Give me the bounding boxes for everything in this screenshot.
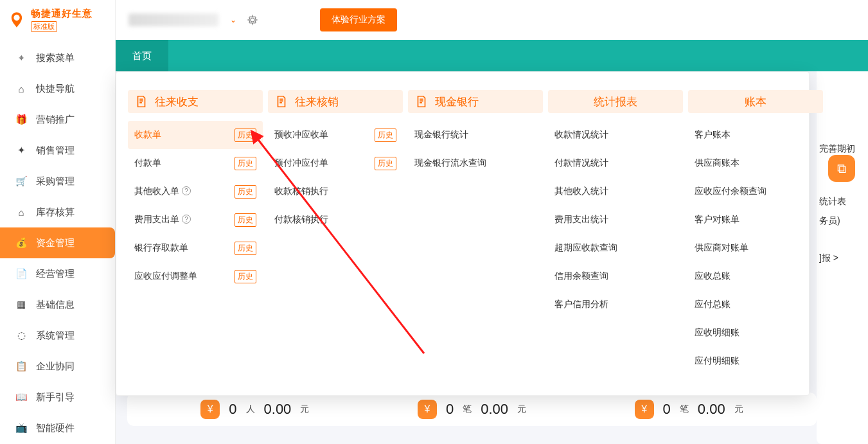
sidebar-item-label: 营销推广 [36,114,75,126]
tab-home[interactable]: 首页 [116,40,168,71]
mega-item-label: 银行存取款单 [134,242,188,254]
mega-item-label: 付款情况统计 [554,157,608,169]
mega-item[interactable]: 应收应付余额查询 [688,177,823,206]
gear-icon[interactable] [247,14,258,26]
help-icon[interactable]: ? [182,186,191,195]
sidebar-item-1[interactable]: ⌂快捷导航 [0,73,115,104]
sidebar-item-3[interactable]: ✦销售管理 [0,135,115,166]
stat-value-unit: 元 [300,404,309,415]
sidebar-item-12[interactable]: 📺智能硬件 [0,413,115,443]
mega-item[interactable]: 费用支出统计 [548,206,683,234]
stat-count: 0 [663,401,671,418]
sidebar-item-icon: 🎁 [15,114,27,125]
mega-item[interactable]: 其他收入单?历史 [128,177,263,206]
mega-item[interactable]: 现金银行统计 [408,121,543,149]
sidebar-item-icon: 💰 [15,237,27,249]
sidebar-item-label: 快捷导航 [36,83,75,95]
mega-item[interactable]: 应收明细账 [688,319,823,347]
mega-item-label: 客户账本 [695,129,731,141]
stat-count: 0 [446,401,454,418]
mega-column-title: 统计报表 [594,94,637,109]
history-badge[interactable]: 历史 [375,129,396,142]
stat-icon: ¥ [418,400,437,419]
mega-item[interactable]: 供应商账本 [688,149,823,177]
mega-item[interactable]: 银行存取款单历史 [128,234,263,262]
report-icon[interactable]: ⧉ [828,155,855,182]
sidebar-item-icon: ▦ [15,299,27,310]
mega-column-header: 往来收支 [128,90,263,113]
mega-item[interactable]: 收款单历史 [128,121,263,149]
mega-item-label: 费用支出单? [134,214,191,226]
mega-item-label: 信用余额查询 [554,271,608,282]
mega-item[interactable]: 信用余额查询 [548,262,683,290]
mega-item[interactable]: 客户对账单 [688,206,823,234]
mega-column-title: 现金银行 [435,94,479,109]
mega-item[interactable]: 应付明细账 [688,347,823,375]
mega-item[interactable]: 收款核销执行 [268,177,403,206]
sidebar-item-4[interactable]: 🛒采购管理 [0,166,115,197]
sidebar-item-icon: 📋 [15,360,27,372]
history-badge[interactable]: 历史 [235,213,256,227]
mega-column-2: 现金银行现金银行统计现金银行流水查询 [408,90,543,377]
brand-name: 畅捷通好生意 [31,8,93,20]
sidebar-item-8[interactable]: ▦基础信息 [0,289,115,320]
experience-button[interactable]: 体验行业方案 [320,8,397,31]
mega-item[interactable]: 应付总账 [688,290,823,319]
sidebar-item-9[interactable]: ◌系统管理 [0,320,115,351]
mega-item-label: 供应商对账单 [695,242,748,254]
mega-column-4: 账本客户账本供应商账本应收应付余额查询客户对账单供应商对账单应收总账应付总账应收… [688,90,823,377]
mega-item-label: 应付总账 [695,299,731,310]
mega-column-header: 现金银行 [408,90,543,113]
history-badge[interactable]: 历史 [235,185,256,199]
sidebar-item-icon: ⌖ [15,52,27,64]
mega-item[interactable]: 客户信用分析 [548,290,683,319]
mega-item-label: 收款情况统计 [554,129,608,141]
sidebar-item-2[interactable]: 🎁营销推广 [0,104,115,135]
sidebar-item-6[interactable]: 💰资金管理 [0,227,115,258]
mega-column-3: 统计报表收款情况统计付款情况统计其他收入统计费用支出统计超期应收款查询信用余额查… [548,90,683,377]
mega-item[interactable]: 现金银行流水查询 [408,149,543,177]
mega-column-title: 账本 [745,94,766,109]
brand-logo: 畅捷通好生意 标准版 [0,0,115,40]
org-select[interactable]: ⌄ [128,13,308,26]
sidebar-item-11[interactable]: 📖新手引导 [0,382,115,413]
stat-icon: ¥ [635,400,654,419]
sidebar-item-5[interactable]: ⌂库存核算 [0,197,115,227]
mega-item-label: 应收应付调整单 [134,271,197,282]
brand-edition: 标准版 [31,21,57,32]
stat-count-unit: 人 [246,404,255,415]
sidebar-nav: ⌖搜索菜单⌂快捷导航🎁营销推广✦销售管理🛒采购管理⌂库存核算💰资金管理📄经营管理… [0,42,115,443]
history-badge[interactable]: 历史 [375,157,396,170]
sidebar-item-label: 企业协同 [36,360,75,373]
mega-item[interactable]: 客户账本 [688,121,823,149]
mega-item[interactable]: 费用支出单?历史 [128,206,263,234]
mega-item-label: 收款单 [134,129,161,141]
mega-item-label: 应收明细账 [695,327,740,339]
mega-item[interactable]: 预付冲应付单历史 [268,149,403,177]
sidebar-item-10[interactable]: 📋企业协同 [0,351,115,382]
history-badge[interactable]: 历史 [235,242,256,255]
sidebar-item-7[interactable]: 📄经营管理 [0,258,115,289]
mega-item-label: 客户信用分析 [554,299,608,310]
mega-item[interactable]: 预收冲应收单历史 [268,121,403,149]
mega-item[interactable]: 应收应付调整单历史 [128,262,263,290]
sidebar-item-0[interactable]: ⌖搜索菜单 [0,42,115,73]
mega-item[interactable]: 其他收入统计 [548,177,683,206]
history-badge[interactable]: 历史 [235,270,256,283]
mega-menu: 往来收支收款单历史付款单历史其他收入单?历史费用支出单?历史银行存取款单历史应收… [116,71,810,396]
mega-item[interactable]: 付款情况统计 [548,149,683,177]
stat-2: ¥0笔0.00元 [635,400,743,419]
mega-item[interactable]: 付款核销执行 [268,206,403,234]
mega-item[interactable]: 应收总账 [688,262,823,290]
sidebar-item-icon: 🛒 [15,175,27,187]
help-icon[interactable]: ? [182,215,191,224]
history-badge[interactable]: 历史 [235,157,256,170]
mega-item[interactable]: 超期应收款查询 [548,234,683,262]
mega-item[interactable]: 收款情况统计 [548,121,683,149]
history-badge[interactable]: 历史 [235,129,256,142]
stat-0: ¥0人0.00元 [200,400,309,419]
mega-item[interactable]: 付款单历史 [128,149,263,177]
mega-item[interactable]: 供应商对账单 [688,234,823,262]
sidebar-item-label: 系统管理 [36,330,75,342]
mega-column-header: 统计报表 [548,90,683,113]
